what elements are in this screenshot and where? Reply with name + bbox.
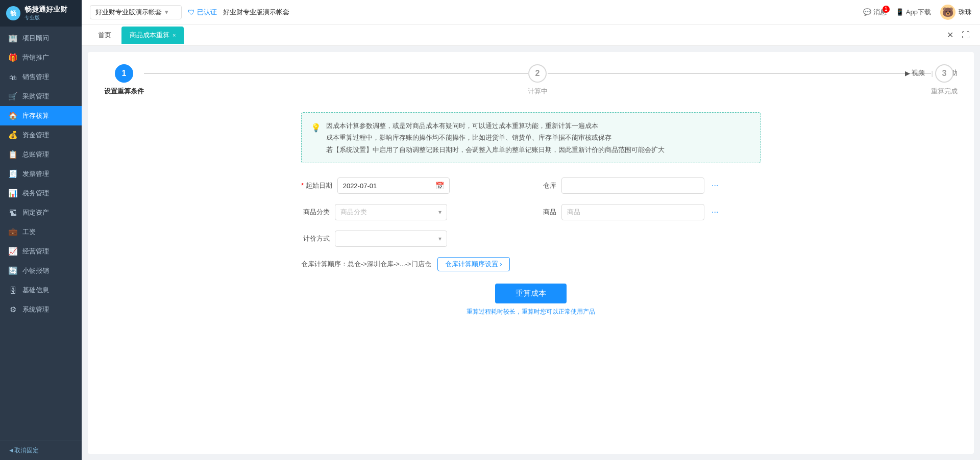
pricing-label: 计价方式 xyxy=(301,234,330,243)
sidebar-item-finance[interactable]: 💰 资金管理 xyxy=(0,125,82,145)
start-date-field: 起始日期 2022-07-01 📅 xyxy=(301,177,526,194)
tabbar: 首页 商品成本重算 × ✕ ⛶ xyxy=(82,24,980,46)
tab-home-label: 首页 xyxy=(98,31,111,40)
window-expand-btn[interactable]: ⛶ xyxy=(960,29,972,42)
sidebar-item-system[interactable]: ⚙ 系统管理 xyxy=(0,300,82,319)
invoice-icon: 🧾 xyxy=(8,169,17,178)
tab-recalc[interactable]: 商品成本重算 × xyxy=(121,27,184,44)
tax-icon: 📊 xyxy=(8,189,17,198)
step-line-1 xyxy=(144,73,528,74)
step-3: 3 重算完成 xyxy=(931,64,958,96)
form-row-2: 商品分类 商品分类 ▾ 商品 商品 ··· xyxy=(301,204,761,220)
sidebar-menu: 🏢 项目顾问🎁 营销推广🛍 销售管理🛒 采购管理🏠 库存核算💰 资金管理📋 总账… xyxy=(0,27,82,441)
content-area: 1 设置重算条件 2 计算中 3 重算完成 ▶ 视频 | ? xyxy=(88,52,974,454)
steps-container: 1 设置重算条件 2 计算中 3 重算完成 ▶ 视频 | ? xyxy=(104,64,958,96)
topbar-right: 💬 消息 1 📱 App下载 🐻 珠珠 xyxy=(863,5,972,20)
marketing-icon: 🎁 xyxy=(8,53,17,62)
start-date-input[interactable]: 2022-07-01 📅 xyxy=(337,177,450,194)
username: 珠珠 xyxy=(959,8,972,17)
sidebar-item-finance-label: 资金管理 xyxy=(22,131,49,140)
sidebar-item-invoice[interactable]: 🧾 发票管理 xyxy=(0,164,82,184)
notification-badge: 1 xyxy=(883,6,890,13)
window-close-btn[interactable]: ✕ xyxy=(945,28,955,42)
step-line-2 xyxy=(548,73,932,74)
sidebar-item-accounting-label: 总账管理 xyxy=(22,150,49,159)
pricing-input[interactable]: ▾ xyxy=(335,231,447,247)
tab-recalc-label: 商品成本重算 xyxy=(130,31,169,40)
info-line-2: 成本重算过程中，影响库存账的操作均不能操作，比如进货单、销货单、库存单据不能审核… xyxy=(326,132,665,143)
sidebar-item-inventory[interactable]: 🏠 库存核算 xyxy=(0,106,82,125)
category-label: 商品分类 xyxy=(301,208,330,217)
warehouse-order-settings-btn[interactable]: 仓库计算顺序设置 › xyxy=(437,257,510,271)
sidebar-item-expense[interactable]: 🔄 小畅报销 xyxy=(0,261,82,280)
sidebar-item-marketing[interactable]: 🎁 营销推广 xyxy=(0,48,82,67)
sidebar: 畅 畅捷通好业财 专业版 🏢 项目顾问🎁 营销推广🛍 销售管理🛒 采购管理🏠 库… xyxy=(0,0,82,460)
goods-label: 商品 xyxy=(536,208,556,217)
recalc-btn-area: 重算成本 重算过程耗时较长，重算时您可以正常使用产品 xyxy=(301,284,761,316)
warehouse-input[interactable] xyxy=(561,177,704,194)
phone-icon: 📱 xyxy=(896,8,904,16)
tab-home[interactable]: 首页 xyxy=(90,27,119,44)
expense-icon: 🔄 xyxy=(8,266,17,275)
sidebar-item-project-label: 项目顾问 xyxy=(22,34,49,43)
step-3-label: 重算完成 xyxy=(931,87,958,96)
sidebar-item-project[interactable]: 🏢 项目顾问 xyxy=(0,29,82,48)
category-input[interactable]: 商品分类 ▾ xyxy=(335,204,447,220)
sidebar-unpin-btn[interactable]: ◄取消固定 xyxy=(0,441,82,460)
category-placeholder: 商品分类 xyxy=(340,208,367,217)
pricing-field: 计价方式 ▾ xyxy=(301,231,526,247)
step-2: 2 计算中 xyxy=(528,64,548,96)
sidebar-item-basic_info[interactable]: 🗄 基础信息 xyxy=(0,280,82,300)
verified-badge: 🛡 已认证 xyxy=(188,8,217,17)
sidebar-item-fixed_assets-label: 固定资产 xyxy=(22,208,49,217)
info-icon: 💡 xyxy=(311,121,321,156)
main-area: 好业财专业版演示帐套 ▾ 🛡 已认证 好业财专业版演示帐套 💬 消息 1 📱 A… xyxy=(82,0,980,460)
system-icon: ⚙ xyxy=(8,305,17,314)
fixed_assets-icon: 🏗 xyxy=(8,209,17,217)
sidebar-item-invoice-label: 发票管理 xyxy=(22,169,49,178)
category-field: 商品分类 商品分类 ▾ xyxy=(301,204,526,220)
user-btn[interactable]: 🐻 珠珠 xyxy=(940,5,972,20)
message-btn[interactable]: 💬 消息 1 xyxy=(863,8,887,17)
purchase-icon: 🛒 xyxy=(8,92,17,101)
step-1-label: 设置重算条件 xyxy=(104,87,144,96)
verified-text: 已认证 xyxy=(197,8,217,17)
recalc-btn[interactable]: 重算成本 xyxy=(495,284,567,303)
sidebar-item-sales[interactable]: 🛍 销售管理 xyxy=(0,67,82,87)
warehouse-more-btn[interactable]: ··· xyxy=(709,180,720,191)
operations-icon: 📈 xyxy=(8,247,17,256)
account-select[interactable]: 好业财专业版演示帐套 ▾ xyxy=(90,5,182,19)
sidebar-item-salary[interactable]: 💼 工资 xyxy=(0,222,82,242)
accounting-icon: 📋 xyxy=(8,150,17,159)
goods-more-btn[interactable]: ··· xyxy=(709,207,720,218)
sales-icon: 🛍 xyxy=(8,73,17,82)
sidebar-item-purchase[interactable]: 🛒 采购管理 xyxy=(0,87,82,106)
sidebar-item-operations-label: 经营管理 xyxy=(22,247,49,256)
project-icon: 🏢 xyxy=(8,34,17,43)
sidebar-item-operations[interactable]: 📈 经营管理 xyxy=(0,242,82,261)
sidebar-item-fixed_assets[interactable]: 🏗 固定资产 xyxy=(0,203,82,222)
topbar-account-name: 好业财专业版演示帐套 xyxy=(223,8,289,17)
goods-input[interactable]: 商品 xyxy=(561,204,704,220)
sidebar-item-marketing-label: 营销推广 xyxy=(22,53,49,62)
avatar: 🐻 xyxy=(940,5,955,20)
basic_info-icon: 🗄 xyxy=(8,286,17,295)
step-2-label: 计算中 xyxy=(528,87,548,96)
sidebar-item-tax-label: 税务管理 xyxy=(22,189,49,198)
tab-close-icon[interactable]: × xyxy=(173,32,176,38)
step-1: 1 设置重算条件 xyxy=(104,64,144,96)
sidebar-header: 畅 畅捷通好业财 专业版 xyxy=(0,0,82,27)
sidebar-item-accounting[interactable]: 📋 总账管理 xyxy=(0,145,82,164)
shield-icon: 🛡 xyxy=(188,8,195,16)
sidebar-title: 畅捷通好业财 专业版 xyxy=(24,5,67,21)
chevron-down-icon: ▾ xyxy=(165,8,168,16)
chevron-down-icon: ▾ xyxy=(438,235,442,242)
inventory-icon: 🏠 xyxy=(8,111,17,120)
app-download-btn[interactable]: 📱 App下载 xyxy=(896,8,931,17)
goods-placeholder: 商品 xyxy=(567,208,580,217)
sidebar-item-system-label: 系统管理 xyxy=(22,305,49,314)
message-icon: 💬 xyxy=(863,8,871,16)
sidebar-item-tax[interactable]: 📊 税务管理 xyxy=(0,184,82,203)
calendar-icon: 📅 xyxy=(435,182,444,190)
video-btn[interactable]: ▶ 视频 xyxy=(905,68,925,78)
